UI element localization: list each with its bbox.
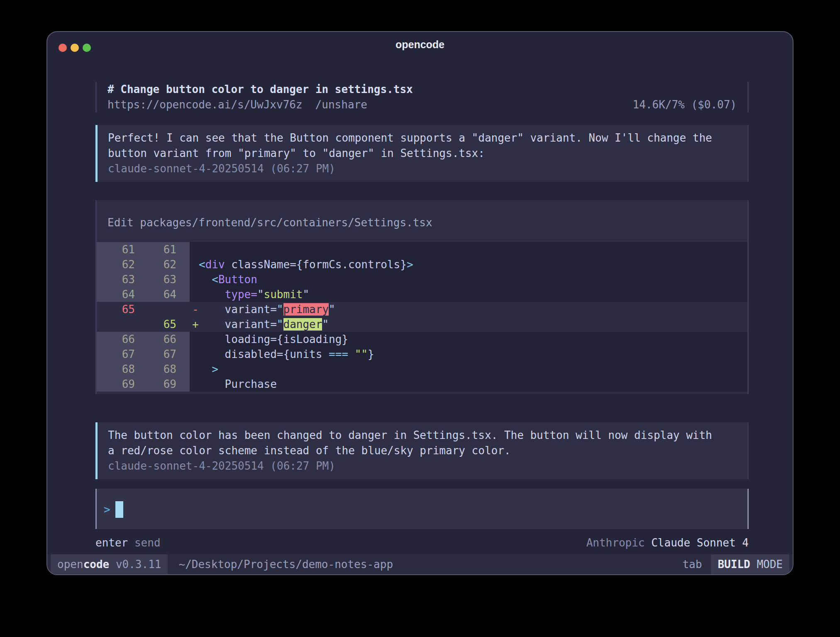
diff-gutter: 6666	[97, 332, 190, 347]
diff-marker: -	[190, 302, 199, 317]
diff-row: 6969 Purchase	[97, 377, 747, 392]
code-text: Purchase	[199, 377, 747, 392]
message-line: button variant from "primary" to "danger…	[108, 146, 737, 161]
tab-hint: tab	[682, 554, 702, 574]
line-number-old: 61	[97, 242, 135, 257]
prompt-caret: >	[104, 501, 110, 518]
code-text: <div className={formCs.controls}>	[199, 257, 747, 272]
model-indicator: Anthropic Claude Sonnet 4	[586, 537, 749, 549]
diff-row: 6363 <Button	[97, 272, 747, 287]
code-text: type="submit"	[199, 287, 747, 302]
line-number-old: 66	[97, 332, 135, 347]
line-number-old: 62	[97, 257, 135, 272]
line-number-new: 63	[135, 272, 176, 287]
line-number-new	[135, 302, 176, 317]
code-text: variant="danger"	[199, 317, 747, 332]
diff-gutter: 6868	[97, 362, 190, 377]
diff-gutter: 6363	[97, 272, 190, 287]
diff-row: 6464 type="submit"	[97, 287, 747, 302]
mode-indicator: BUILD MODE	[711, 554, 789, 574]
session-subheader: https://opencode.ai/s/UwJxv76z /unshare …	[107, 97, 737, 113]
diff-gutter: 6767	[97, 347, 190, 362]
title-bar: opencode	[47, 32, 793, 54]
message-line: Perfect! I can see that the Button compo…	[108, 130, 737, 146]
line-number-new: 61	[135, 242, 176, 257]
edit-tool-header: Edit packages/frontend/src/containers/Se…	[97, 215, 747, 230]
diff-marker	[190, 362, 199, 377]
code-text	[199, 242, 747, 257]
diff-marker	[190, 287, 199, 302]
diff-row: 6161	[97, 242, 747, 257]
line-number-new: 64	[135, 287, 176, 302]
edit-tool-card: Edit packages/frontend/src/containers/Se…	[95, 200, 749, 394]
session-title: # Change button color to danger in setti…	[107, 82, 737, 97]
diff-gutter: 6262	[97, 257, 190, 272]
diff-row: 6868 >	[97, 362, 747, 377]
assistant-message: The button color has been changed to dan…	[95, 422, 749, 479]
opencode-window: opencode # Change button color to danger…	[46, 31, 794, 575]
diff-row: 65- variant="primary"	[97, 302, 747, 317]
diff-gutter: 65	[97, 302, 190, 317]
diff-row: 6767 disabled={units === ""}	[97, 347, 747, 362]
line-number-new: 69	[135, 377, 176, 392]
status-bar: opencode v0.3.11 ~/Desktop/Projects/demo…	[47, 554, 793, 574]
line-number-old: 67	[97, 347, 135, 362]
token-usage: 14.6K/7% ($0.07)	[633, 97, 737, 113]
diff-marker	[190, 347, 199, 362]
diff-marker	[190, 242, 199, 257]
message-meta: claude-sonnet-4-20250514 (06:27 PM)	[108, 458, 737, 474]
code-text: loading={isLoading}	[199, 332, 747, 347]
code-text: disabled={units === ""}	[199, 347, 747, 362]
code-text: variant="primary"	[199, 302, 747, 317]
diff-gutter: 65	[97, 317, 190, 332]
diff-marker	[190, 257, 199, 272]
line-number-new: 62	[135, 257, 176, 272]
line-number-old: 65	[97, 302, 135, 317]
share-url: https://opencode.ai/s/UwJxv76z	[107, 97, 303, 113]
line-number-old: 64	[97, 287, 135, 302]
line-number-old: 69	[97, 377, 135, 392]
hint-row: enter send Anthropic Claude Sonnet 4	[95, 537, 749, 549]
diff-gutter: 6969	[97, 377, 190, 392]
window-title: opencode	[47, 37, 793, 52]
diff-marker: +	[190, 317, 199, 332]
diff-row: 6262<div className={formCs.controls}>	[97, 257, 747, 272]
app-version: opencode v0.3.11	[51, 554, 168, 574]
session-content: # Change button color to danger in setti…	[47, 54, 793, 549]
diff-marker	[190, 332, 199, 347]
diff-gutter: 6161	[97, 242, 190, 257]
line-number-new: 68	[135, 362, 176, 377]
message-line: The button color has been changed to dan…	[108, 428, 737, 443]
assistant-message: Perfect! I can see that the Button compo…	[95, 125, 749, 182]
code-text: <Button	[199, 272, 747, 287]
working-directory: ~/Desktop/Projects/demo-notes-app	[178, 554, 393, 574]
diff-row: 6666 loading={isLoading}	[97, 332, 747, 347]
code-text: >	[199, 362, 747, 377]
diff-gutter: 6464	[97, 287, 190, 302]
line-number-old	[97, 317, 135, 332]
diff-view: 61616262<div className={formCs.controls}…	[97, 242, 747, 392]
diff-marker	[190, 377, 199, 392]
diff-marker	[190, 272, 199, 287]
message-meta: claude-sonnet-4-20250514 (06:27 PM)	[108, 161, 737, 176]
session-header: # Change button color to danger in setti…	[95, 82, 749, 113]
line-number-new: 65	[135, 317, 176, 332]
text-cursor	[115, 501, 123, 518]
unshare-command: /unshare	[315, 97, 367, 113]
line-number-old: 63	[97, 272, 135, 287]
line-number-new: 66	[135, 332, 176, 347]
message-line: a red/rose color scheme instead of the b…	[108, 443, 737, 458]
prompt-input[interactable]: >	[95, 489, 749, 529]
diff-row: 65+ variant="danger"	[97, 317, 747, 332]
line-number-old: 68	[97, 362, 135, 377]
hint-enter-send: enter send	[95, 537, 161, 549]
line-number-new: 67	[135, 347, 176, 362]
